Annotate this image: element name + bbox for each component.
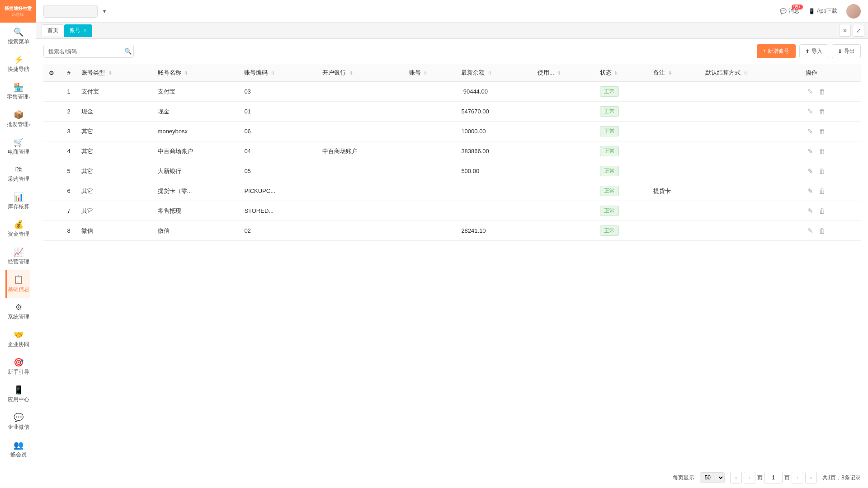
- sidebar-item-6[interactable]: 📊库存核算: [5, 188, 30, 215]
- sidebar-item-8[interactable]: 📈经营管理: [5, 243, 30, 270]
- row-3-settings: [43, 141, 60, 161]
- sidebar-label-12: 新手引导: [8, 369, 29, 375]
- row-1-settings: [43, 102, 60, 122]
- sidebar-item-1[interactable]: ⚡快捷导航: [5, 50, 30, 78]
- sidebar-item-0[interactable]: 🔍搜索菜单: [5, 23, 30, 50]
- th-status[interactable]: 状态 ⇅: [596, 64, 650, 82]
- sidebar-item-14[interactable]: 💬企业微信: [5, 408, 30, 436]
- edit-button-3[interactable]: ✎: [806, 146, 815, 156]
- next-page-button[interactable]: ›: [792, 472, 803, 483]
- th-bank[interactable]: 开户银行 ⇅: [319, 64, 406, 82]
- row-0-remark: [650, 82, 702, 102]
- sort-balance-icon: ⇅: [488, 70, 491, 75]
- sidebar-item-7[interactable]: 💰资金管理: [5, 215, 30, 243]
- sort-name-icon: ⇅: [184, 70, 188, 75]
- sort-type-icon: ⇅: [108, 70, 112, 75]
- tab-close-all-button[interactable]: ✕: [839, 25, 851, 37]
- tab-home[interactable]: 首页: [42, 24, 64, 37]
- th-code[interactable]: 账号编码 ⇅: [241, 64, 319, 82]
- first-page-button[interactable]: «: [730, 472, 742, 483]
- th-type[interactable]: 账号类型 ⇅: [78, 64, 154, 82]
- delete-button-6[interactable]: 🗑: [817, 206, 827, 216]
- user-avatar[interactable]: [846, 4, 861, 19]
- per-page-select[interactable]: 50 100 200: [700, 472, 725, 483]
- topbar-dropdown[interactable]: ▾: [103, 8, 106, 14]
- th-default-settle[interactable]: 默认结算方式 ⇅: [702, 64, 802, 82]
- page-total-label: 页: [784, 474, 790, 482]
- topbar-search-input[interactable]: [43, 5, 98, 18]
- sidebar-icon-1: ⚡: [7, 55, 30, 65]
- tab-close-icon[interactable]: ✕: [83, 28, 87, 33]
- edit-button-0[interactable]: ✎: [806, 87, 815, 97]
- th-name[interactable]: 账号名称 ⇅: [154, 64, 241, 82]
- delete-button-3[interactable]: 🗑: [817, 146, 827, 156]
- import-button[interactable]: ⬆ 导入: [799, 44, 828, 58]
- sidebar-item-15[interactable]: 👥畅会员: [5, 436, 30, 463]
- row-5-type: 其它: [78, 181, 154, 201]
- th-action: 操作: [802, 64, 861, 82]
- row-4-code: 05: [241, 161, 319, 181]
- per-page-label: 每页显示: [673, 474, 694, 482]
- prev-page-button[interactable]: ‹: [744, 472, 755, 483]
- edit-button-7[interactable]: ✎: [806, 226, 815, 236]
- sidebar-label-3: 批发管理: [7, 121, 28, 127]
- sidebar-item-11[interactable]: 🤝企业协同: [5, 325, 30, 353]
- th-usage[interactable]: 使用... ⇅: [534, 64, 596, 82]
- export-button[interactable]: ⬇ 导出: [832, 44, 861, 58]
- sidebar-item-5[interactable]: 🛍采购管理: [5, 160, 30, 188]
- message-badge: 99+: [792, 5, 803, 9]
- th-remark[interactable]: 备注 ⇅: [650, 64, 702, 82]
- tab-home-label: 首页: [47, 27, 58, 34]
- sidebar-item-13[interactable]: 📱应用中心: [5, 380, 30, 408]
- sidebar-item-3[interactable]: 📦批发管理▾: [5, 105, 30, 133]
- delete-button-7[interactable]: 🗑: [817, 226, 827, 235]
- sidebar-item-4[interactable]: 🛒电商管理: [5, 133, 30, 160]
- last-page-button[interactable]: »: [805, 472, 817, 483]
- app-logo: 畅捷通好生意 乐惠版: [0, 0, 36, 23]
- row-5-actions: ✎ 🗑: [802, 181, 861, 201]
- row-0-account: [406, 82, 458, 102]
- topbar-left: ▾: [43, 5, 106, 18]
- app-download-button[interactable]: 📱 App下载: [808, 7, 837, 15]
- add-account-button[interactable]: + 新增账号: [757, 44, 796, 58]
- dropdown-arrow-icon: ▾: [103, 8, 106, 14]
- sidebar-label-15: 畅会员: [10, 451, 27, 458]
- tab-accounts[interactable]: 账号 ✕: [64, 24, 92, 37]
- row-3-code: 04: [241, 141, 319, 161]
- th-balance[interactable]: 最新余额 ⇅: [458, 64, 534, 82]
- edit-button-4[interactable]: ✎: [806, 166, 815, 176]
- sidebar-item-9[interactable]: 📋基础信息: [5, 270, 30, 298]
- message-button[interactable]: 💬 消息 99+: [780, 7, 799, 15]
- row-5-name: 提货卡（零...: [154, 181, 241, 201]
- sidebar-icon-5: 🛍: [7, 165, 30, 174]
- row-3-remark: [650, 141, 702, 161]
- sidebar-item-2[interactable]: 🏪零售管理▾: [5, 78, 30, 105]
- sidebar-arrow-3: ▾: [28, 123, 30, 127]
- delete-button-0[interactable]: 🗑: [817, 87, 827, 96]
- sidebar-item-12[interactable]: 🎯新手引导: [5, 353, 30, 380]
- th-account[interactable]: 账号 ⇅: [406, 64, 458, 82]
- th-settings[interactable]: ⚙: [43, 64, 60, 82]
- delete-button-5[interactable]: 🗑: [817, 186, 827, 196]
- row-4-usage: [534, 161, 596, 181]
- row-4-name: 大新银行: [154, 161, 241, 181]
- row-3-bank: 中百商场账户: [319, 141, 406, 161]
- delete-button-1[interactable]: 🗑: [817, 107, 827, 116]
- edit-button-1[interactable]: ✎: [806, 107, 815, 117]
- row-2-usage: [534, 122, 596, 141]
- edit-button-5[interactable]: ✎: [806, 186, 815, 196]
- sidebar-item-10[interactable]: ⚙系统管理: [5, 298, 30, 325]
- tab-maximize-button[interactable]: ⤢: [853, 25, 864, 37]
- tab-accounts-label: 账号: [70, 27, 80, 34]
- row-7-actions: ✎ 🗑: [802, 221, 861, 241]
- delete-button-4[interactable]: 🗑: [817, 166, 827, 176]
- page-number-input[interactable]: [764, 472, 783, 483]
- search-button[interactable]: 🔍: [121, 45, 134, 57]
- row-3-actions: ✎ 🗑: [802, 141, 861, 161]
- sidebar-icon-12: 🎯: [7, 357, 30, 367]
- search-input[interactable]: [44, 46, 121, 57]
- delete-button-2[interactable]: 🗑: [817, 127, 827, 136]
- edit-button-2[interactable]: ✎: [806, 127, 815, 136]
- edit-button-6[interactable]: ✎: [806, 206, 815, 216]
- row-2-name: moneybosx: [154, 122, 241, 141]
